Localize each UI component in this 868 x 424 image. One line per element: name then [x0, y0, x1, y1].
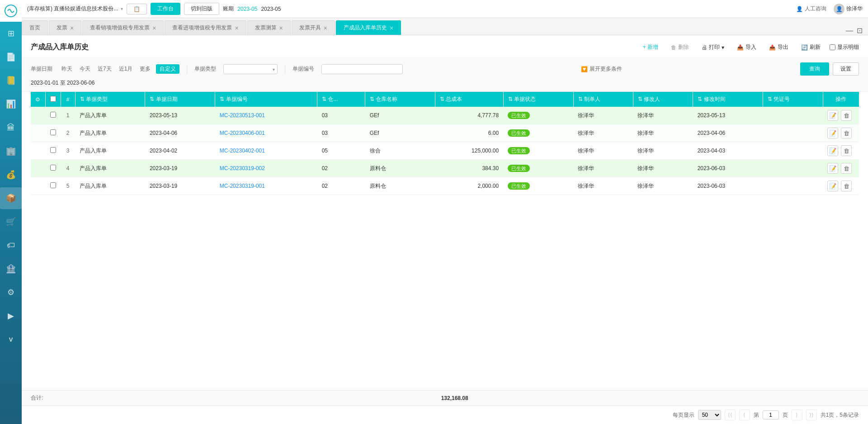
sidebar-item-inventory[interactable]: 📦 — [0, 187, 22, 209]
company-selector[interactable]: (库存核算) 直播轻娱通信息技术股份... ▾ — [27, 5, 123, 13]
tab-home[interactable]: 首页 — [22, 20, 48, 35]
show-details-checkbox[interactable] — [830, 44, 835, 50]
service-btn[interactable]: 👤 人工咨询 — [796, 5, 826, 13]
row-edit-btn-2[interactable]: 📝 — [827, 128, 838, 138]
col-num[interactable]: ⇅ 单据编号 — [215, 92, 317, 107]
period-value-text[interactable]: 2023-05 — [261, 6, 281, 12]
shortcut-yesterday[interactable]: 昨天 — [60, 64, 74, 74]
col-total-cost[interactable]: ⇅ 总成本 — [435, 92, 504, 107]
row-delete-btn-5[interactable]: 🗑 — [841, 181, 852, 191]
num-filter-input[interactable] — [321, 64, 403, 74]
export-btn[interactable]: 📤 导出 — [765, 42, 792, 53]
col-creator[interactable]: ⇅ 制单人 — [573, 92, 633, 107]
type-select[interactable] — [223, 64, 278, 74]
print-btn[interactable]: 🖨 打印 ▾ — [698, 42, 728, 53]
shortcut-more[interactable]: 更多 — [138, 64, 152, 74]
sidebar-item-home[interactable]: ⊞ — [0, 23, 22, 44]
row-edit-btn-5[interactable]: 📝 — [827, 181, 838, 191]
sidebar-item-tax[interactable]: 🏛 — [0, 117, 22, 138]
sidebar-item-payroll[interactable]: 💰 — [0, 164, 22, 186]
shortcut-today[interactable]: 今天 — [78, 64, 92, 74]
sidebar-item-settings[interactable]: ⚙ — [0, 281, 22, 303]
tab-history[interactable]: 产成品入库单历史 × — [336, 20, 401, 35]
page-size-select[interactable]: 50 100 200 — [698, 410, 721, 420]
pager-first-btn[interactable]: ⟨⟨ — [725, 410, 736, 420]
row-edit-btn-3[interactable]: 📝 — [827, 145, 838, 156]
row-checkbox-cell[interactable] — [45, 107, 61, 124]
page-number-input[interactable] — [763, 410, 779, 419]
col-settings[interactable]: ⚙ — [31, 92, 45, 107]
col-date[interactable]: ⇅ 单据日期 — [145, 92, 215, 107]
window-maximize-btn[interactable]: ⊡ — [857, 26, 863, 35]
row-num-link-2[interactable]: MC-20230406-001 — [220, 130, 265, 136]
row-delete-btn-2[interactable]: 🗑 — [841, 128, 852, 138]
row-checkbox-cell[interactable] — [45, 160, 61, 177]
row-num-1[interactable]: MC-20230513-001 — [215, 107, 317, 124]
row-num-link-4[interactable]: MC-20230319-002 — [220, 165, 265, 172]
row-checkbox-5[interactable] — [50, 182, 56, 188]
tab-calc-close[interactable]: × — [279, 25, 283, 31]
row-num-link-5[interactable]: MC-20230319-001 — [220, 183, 265, 189]
sidebar-item-sale[interactable]: 🏷 — [0, 234, 22, 256]
tab-invoice[interactable]: 发票 × — [49, 20, 81, 35]
row-delete-btn-4[interactable]: 🗑 — [841, 163, 852, 174]
tab-check-sales[interactable]: 查看销项增值税专用发票 × — [82, 20, 164, 35]
tab-check-purchase-close[interactable]: × — [235, 25, 238, 31]
refresh-btn[interactable]: 🔄 刷新 — [797, 42, 824, 53]
col-checkbox[interactable] — [45, 92, 61, 107]
row-checkbox-4[interactable] — [50, 165, 56, 171]
row-checkbox-cell[interactable] — [45, 177, 61, 195]
col-warehouse-name[interactable]: ⇅ 仓库名称 — [365, 92, 435, 107]
set-btn[interactable]: 设置 — [833, 62, 859, 76]
query-btn[interactable]: 查询 — [800, 62, 829, 76]
row-edit-btn-4[interactable]: 📝 — [827, 163, 838, 174]
sidebar-item-doc[interactable]: 📄 — [0, 46, 22, 68]
col-status[interactable]: ⇅ 单据状态 — [503, 92, 573, 107]
shortcut-custom[interactable]: 自定义 — [156, 64, 179, 74]
tab-check-purchase[interactable]: 查看进项增值税专用发票 × — [165, 20, 246, 35]
pager-prev-btn[interactable]: ⟨ — [739, 410, 750, 420]
workspace-btn[interactable]: 工作台 — [151, 3, 180, 15]
col-modifier[interactable]: ⇅ 修改人 — [633, 92, 693, 107]
row-checkbox-3[interactable] — [50, 147, 56, 153]
shortcut-7days[interactable]: 近7天 — [96, 64, 113, 74]
row-delete-btn-1[interactable]: 🗑 — [841, 110, 852, 121]
user-menu[interactable]: 👤 徐泽华 — [834, 4, 863, 14]
sidebar-item-book[interactable]: 📒 — [0, 70, 22, 91]
delete-btn[interactable]: 🗑 删除 — [667, 42, 693, 53]
doc-btn[interactable]: 📋 — [127, 4, 147, 14]
tab-open[interactable]: 发票开具 × — [292, 20, 335, 35]
row-num-link-1[interactable]: MC-20230513-001 — [220, 112, 265, 119]
select-all-checkbox[interactable] — [50, 96, 56, 102]
row-num-link-3[interactable]: MC-20230402-001 — [220, 148, 265, 154]
col-warehouse-code[interactable]: ⇅ 仓... — [317, 92, 365, 107]
col-type[interactable]: ⇅ 单据类型 — [75, 92, 145, 107]
pager-next-btn[interactable]: ⟩ — [792, 410, 802, 420]
tab-calc[interactable]: 发票测算 × — [247, 20, 291, 35]
row-num-4[interactable]: MC-20230319-002 — [215, 160, 317, 177]
tab-history-close[interactable]: × — [390, 25, 393, 31]
switch-btn[interactable]: 切到旧版 — [184, 3, 219, 15]
tab-invoice-close[interactable]: × — [70, 25, 74, 31]
import-btn[interactable]: 📥 导入 — [733, 42, 760, 53]
sidebar-item-version[interactable]: V — [0, 329, 22, 350]
window-minimize-btn[interactable]: — — [846, 27, 853, 35]
sidebar-item-purchase[interactable]: 🛒 — [0, 211, 22, 233]
row-checkbox-cell[interactable] — [45, 142, 61, 160]
sidebar-item-assets[interactable]: 🏢 — [0, 140, 22, 162]
col-voucher[interactable]: ⇅ 凭证号 — [763, 92, 823, 107]
sidebar-item-bank[interactable]: 🏦 — [0, 258, 22, 280]
row-checkbox-1[interactable] — [50, 112, 56, 118]
row-num-5[interactable]: MC-20230319-001 — [215, 177, 317, 195]
pager-last-btn[interactable]: ⟩⟩ — [806, 410, 817, 420]
new-btn[interactable]: + 新增 — [639, 42, 662, 53]
sidebar-item-video[interactable]: ▶ — [0, 305, 22, 327]
expand-filter-btn[interactable]: 🔽 展开更多条件 — [581, 65, 622, 73]
tab-check-sales-close[interactable]: × — [152, 25, 156, 31]
row-num-3[interactable]: MC-20230402-001 — [215, 142, 317, 160]
tab-open-close[interactable]: × — [324, 25, 327, 31]
sidebar-item-chart[interactable]: 📊 — [0, 93, 22, 115]
row-delete-btn-3[interactable]: 🗑 — [841, 145, 852, 156]
row-checkbox-2[interactable] — [50, 129, 56, 135]
row-checkbox-cell[interactable] — [45, 124, 61, 142]
